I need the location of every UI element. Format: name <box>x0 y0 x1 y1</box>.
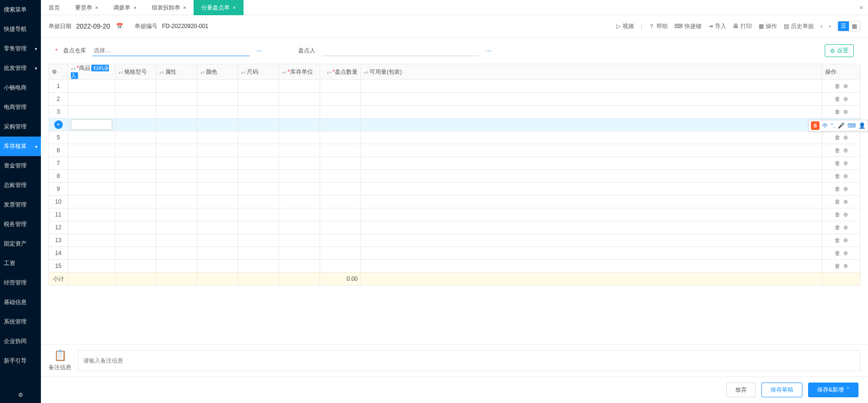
cell-spec[interactable] <box>116 93 156 106</box>
cell-size[interactable] <box>238 106 279 118</box>
view-list-icon[interactable]: ☰ <box>838 21 849 31</box>
cell-spec[interactable] <box>116 221 156 234</box>
cell-product[interactable] <box>68 208 116 221</box>
close-icon[interactable]: × <box>233 0 235 15</box>
warehouse-lookup-icon[interactable]: ⋯ <box>256 48 262 54</box>
cell-product[interactable] <box>68 80 116 93</box>
delete-icon[interactable]: 🗑 <box>835 147 840 154</box>
print-button[interactable]: 🖶 打印 <box>733 22 752 30</box>
sidebar-item-11[interactable]: 税务管理 <box>0 215 41 234</box>
sidebar-item-13[interactable]: 工资 <box>0 254 41 273</box>
sidebar-item-3[interactable]: 批发管理▾ <box>0 59 41 78</box>
copy-icon[interactable]: ⊕ <box>843 147 848 154</box>
sidebar-item-8[interactable]: 资金管理 <box>0 156 41 176</box>
copy-icon[interactable]: ⊕ <box>843 160 848 167</box>
video-button[interactable]: ▷ 视频 <box>616 22 634 30</box>
sidebar-item-18[interactable]: 新手引导 <box>0 351 41 371</box>
cell-color[interactable] <box>197 260 238 273</box>
cell-size[interactable] <box>238 93 279 106</box>
cell-size[interactable] <box>238 208 279 221</box>
cell-stock-unit[interactable] <box>279 247 320 260</box>
cell-spec[interactable] <box>116 144 156 157</box>
sidebar-item-17[interactable]: 企业协同 <box>0 332 41 351</box>
sidebar-item-16[interactable]: 系统管理 <box>0 312 41 332</box>
cell-spec[interactable] <box>116 131 156 144</box>
table-row[interactable]: 14🗑⊕ <box>49 247 860 260</box>
cell-size[interactable] <box>238 247 279 260</box>
product-cell-input[interactable] <box>71 119 112 130</box>
cell-color[interactable] <box>197 131 238 144</box>
cell-stock-unit[interactable] <box>279 118 320 131</box>
cell-product[interactable] <box>68 260 116 273</box>
delete-icon[interactable]: 🗑 <box>835 263 840 269</box>
cell-attr[interactable] <box>156 157 197 170</box>
cell-stock-unit[interactable] <box>279 144 320 157</box>
delete-icon[interactable]: 🗑 <box>835 198 840 205</box>
operate-button[interactable]: ▦ 操作 <box>759 22 777 30</box>
cell-product[interactable] <box>68 93 116 106</box>
table-row[interactable]: 8🗑⊕ <box>49 170 860 183</box>
copy-icon[interactable]: ⊕ <box>843 96 848 102</box>
tab-3[interactable]: 组装拆卸单× <box>144 0 194 15</box>
sidebar-item-6[interactable]: 采购管理 <box>0 117 41 137</box>
cell-product[interactable] <box>68 131 116 144</box>
copy-icon[interactable]: ⊕ <box>843 250 848 256</box>
cell-color[interactable] <box>197 170 238 183</box>
cell-spec[interactable] <box>116 106 156 118</box>
cell-count-qty[interactable] <box>320 183 361 196</box>
col-attr[interactable]: ▴▾属性 <box>156 64 197 80</box>
cell-count-qty[interactable] <box>320 157 361 170</box>
cell-available[interactable] <box>361 196 822 208</box>
delete-icon[interactable]: 🗑 <box>835 134 840 141</box>
cell-spec[interactable] <box>116 208 156 221</box>
cell-size[interactable] <box>238 131 279 144</box>
cell-available[interactable] <box>361 221 822 234</box>
date-value[interactable]: 2022-09-20 <box>76 22 110 30</box>
cell-stock-unit[interactable] <box>279 234 320 247</box>
history-button[interactable]: ▤ 历史单据 <box>784 22 814 30</box>
next-doc-button[interactable]: › <box>829 23 831 29</box>
cell-attr[interactable] <box>156 234 197 247</box>
cell-available[interactable] <box>361 208 822 221</box>
copy-icon[interactable]: ⊕ <box>843 186 848 192</box>
delete-icon[interactable]: 🗑 <box>835 83 840 89</box>
table-row[interactable]: 15🗑⊕ <box>49 260 860 273</box>
cell-product[interactable] <box>68 157 116 170</box>
cell-color[interactable] <box>197 208 238 221</box>
cell-product[interactable] <box>68 247 116 260</box>
tab-0[interactable]: 首页 <box>41 0 68 15</box>
cell-attr[interactable] <box>156 131 197 144</box>
cell-available[interactable] <box>361 234 822 247</box>
cell-available[interactable] <box>361 118 822 131</box>
table-row[interactable]: 6🗑⊕ <box>49 144 860 157</box>
cell-stock-unit[interactable] <box>279 221 320 234</box>
cell-attr[interactable] <box>156 144 197 157</box>
close-all-tabs[interactable]: × <box>855 4 868 11</box>
table-row[interactable]: 5🗑⊕ <box>49 131 860 144</box>
table-row[interactable]: 13🗑⊕ <box>49 234 860 247</box>
delete-icon[interactable]: 🗑 <box>835 160 840 167</box>
import-button[interactable]: ⇥ 导入 <box>708 22 726 30</box>
copy-icon[interactable]: ⊕ <box>843 211 848 218</box>
cell-stock-unit[interactable] <box>279 183 320 196</box>
sidebar-settings[interactable]: ⚙ <box>0 386 41 403</box>
cell-attr[interactable] <box>156 80 197 93</box>
cell-color[interactable] <box>197 157 238 170</box>
cell-color[interactable] <box>197 144 238 157</box>
cell-size[interactable] <box>238 170 279 183</box>
cell-product[interactable] <box>68 234 116 247</box>
col-product[interactable]: ▴▾*商品扫码录入 <box>68 64 116 80</box>
cell-color[interactable] <box>197 80 238 93</box>
tab-2[interactable]: 调拨单× <box>106 0 144 15</box>
cell-attr[interactable] <box>156 208 197 221</box>
sidebar-item-5[interactable]: 电商管理 <box>0 98 41 117</box>
ime-lang[interactable]: 中 <box>822 122 828 130</box>
cell-attr[interactable] <box>156 170 197 183</box>
cell-product[interactable] <box>68 183 116 196</box>
cell-stock-unit[interactable] <box>279 93 320 106</box>
tab-1[interactable]: 要货单× <box>68 0 106 15</box>
sidebar-item-12[interactable]: 固定资产 <box>0 234 41 254</box>
cell-spec[interactable] <box>116 234 156 247</box>
table-row[interactable]: +🗑⊕ <box>49 118 860 131</box>
table-row[interactable]: 7🗑⊕ <box>49 157 860 170</box>
